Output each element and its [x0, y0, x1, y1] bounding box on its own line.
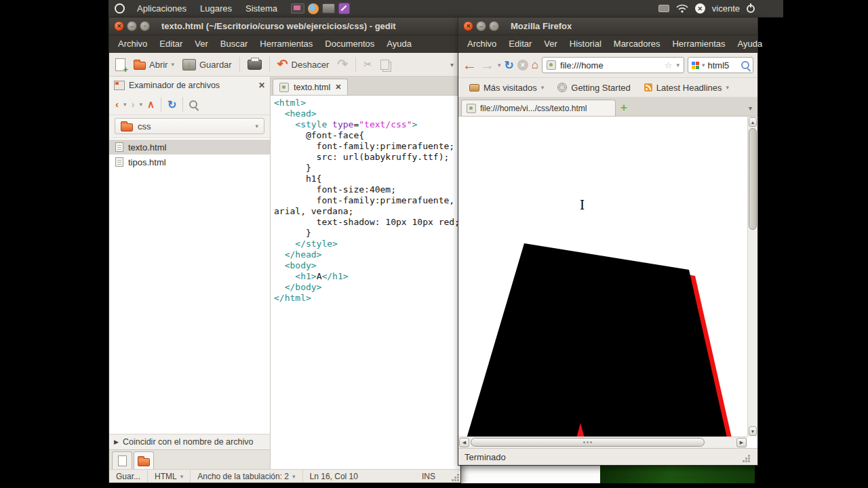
firefox-menu-item[interactable]: Herramientas [666, 35, 731, 53]
bookmark-getting-started[interactable]: Getting Started [552, 83, 635, 93]
tab-list-dropdown-icon[interactable]: ▾ [749, 104, 755, 112]
maximize-button[interactable]: ▫ [489, 21, 499, 31]
forward-button[interactable]: → [480, 57, 494, 73]
filename-filter-expander[interactable]: ▶ Coincidir con el nombre de archivo [109, 434, 270, 449]
close-tab-icon[interactable]: ✕ [335, 83, 341, 92]
panel-menu-item[interactable]: Lugares [193, 0, 239, 17]
scroll-left-icon[interactable]: ◀ [459, 438, 469, 447]
gedit-menu-item[interactable]: Archivo [112, 35, 153, 53]
horizontal-scrollbar[interactable]: ◀ ▶ [458, 436, 747, 448]
panel-menu-item[interactable]: Aplicaciones [130, 0, 193, 17]
firefox-menu-item[interactable]: Marcadores [608, 35, 667, 53]
close-button[interactable]: ✕ [463, 21, 473, 31]
firefox-menu-item[interactable]: Archivo [461, 35, 502, 53]
code-line[interactable]: <h1>A</h1> [274, 271, 460, 282]
ubuntu-logo-icon[interactable] [115, 3, 125, 14]
code-line[interactable]: arial, verdana; [274, 206, 460, 217]
code-line[interactable]: </head> [274, 249, 460, 260]
search-bar[interactable]: ▾ html5 [688, 57, 753, 73]
back-history-icon[interactable]: ▾ [123, 101, 127, 108]
code-line[interactable]: <body> [274, 260, 460, 271]
gedit-menu-item[interactable]: Documentos [319, 35, 380, 53]
code-line[interactable]: <html> [274, 98, 460, 108]
copy-button[interactable] [378, 58, 394, 71]
movie-player-icon[interactable] [322, 3, 335, 14]
code-line[interactable]: @font-face{ [274, 130, 460, 141]
search-engine-dropdown-icon[interactable]: ▾ [702, 62, 705, 68]
forward-history-icon[interactable]: ▾ [140, 101, 143, 108]
gedit-menu-item[interactable]: Ver [189, 35, 214, 53]
editor-launcher-icon[interactable] [338, 3, 350, 14]
gedit-menu-item[interactable]: Ayuda [380, 35, 418, 53]
browser-tab[interactable]: file:///home/vi.../css/texto.html [461, 100, 616, 116]
code-line[interactable]: } [274, 163, 460, 174]
firefox-menu-item[interactable]: Ayuda [731, 35, 768, 53]
editor-tab[interactable]: texto.html ✕ [273, 79, 348, 95]
minimize-button[interactable]: – [127, 21, 137, 31]
back-icon[interactable]: ‹ [115, 100, 119, 109]
folder-selector[interactable]: css ▾ [115, 118, 264, 134]
file-browser-tab[interactable] [134, 451, 154, 469]
status-menu-icon[interactable]: ✕ [695, 3, 705, 14]
toolbar-overflow-button[interactable]: ▾ [450, 61, 456, 68]
scroll-right-icon[interactable]: ▶ [736, 438, 747, 447]
close-button[interactable]: ✕ [114, 21, 124, 31]
firefox-menu-item[interactable]: Historial [564, 35, 608, 53]
code-line[interactable]: font-family:primerafuente, [274, 195, 460, 206]
code-line[interactable]: text-shadow: 10px 10px red; [274, 217, 460, 228]
resize-grip[interactable] [745, 458, 747, 460]
vertical-scroll-thumb[interactable] [749, 128, 757, 230]
firefox-menu-item[interactable]: Editar [502, 35, 538, 53]
username-label[interactable]: vicente [712, 3, 740, 14]
language-selector[interactable]: HTML▾ [148, 470, 191, 483]
redo-button[interactable]: ↷ [335, 57, 350, 72]
search-icon[interactable] [189, 100, 197, 108]
print-button[interactable] [245, 58, 264, 71]
history-dropdown-icon[interactable]: ▾ [498, 62, 501, 68]
close-panel-icon[interactable]: ✕ [258, 81, 265, 90]
code-line[interactable]: h1{ [274, 174, 460, 184]
file-item[interactable]: tipos.html [109, 155, 270, 169]
code-line[interactable]: </body> [274, 282, 460, 293]
side-panel-header[interactable]: Examinador de archivos ✕ [109, 77, 270, 94]
display-indicator-icon[interactable] [658, 5, 669, 12]
forward-icon[interactable]: › [132, 100, 135, 109]
firefox-launcher-icon[interactable] [308, 3, 319, 14]
resize-grip[interactable] [454, 476, 456, 479]
url-dropdown-icon[interactable]: ▾ [676, 62, 679, 68]
search-go-icon[interactable] [741, 61, 749, 69]
code-line[interactable]: font-family:primerafuente; [274, 141, 460, 152]
up-icon[interactable]: ∧ [147, 100, 155, 109]
firefox-menu-item[interactable]: Ver [538, 35, 564, 53]
maximize-button[interactable]: ▫ [140, 21, 150, 31]
cut-button[interactable]: ✂ [361, 57, 374, 72]
open-button[interactable]: Abrir ▾ [132, 58, 176, 71]
save-button[interactable]: ↓ Guardar [180, 58, 234, 72]
file-item[interactable]: texto.html [109, 140, 270, 155]
url-text[interactable]: file:///home [560, 60, 604, 70]
back-button[interactable]: ← [462, 57, 477, 73]
gedit-menu-item[interactable]: Herramientas [254, 35, 319, 53]
code-line[interactable]: <style type="text/css"> [274, 119, 460, 130]
home-button[interactable]: ⌂ [532, 58, 538, 72]
gedit-menu-item[interactable]: Editar [153, 35, 189, 53]
undo-button[interactable]: ↶ Deshacer [275, 57, 332, 72]
code-line[interactable]: </html> [274, 293, 460, 304]
gedit-titlebar[interactable]: ✕ – ▫ texto.html (~/Escritorio/curso web… [109, 18, 460, 35]
gedit-menu-item[interactable]: Buscar [214, 35, 254, 53]
code-editor[interactable]: <html> <head> <style type="text/css"> @f… [271, 96, 460, 469]
wifi-icon[interactable] [676, 4, 688, 13]
code-line[interactable]: </style> [274, 239, 460, 249]
refresh-icon[interactable]: ↻ [167, 98, 176, 111]
power-icon[interactable] [747, 5, 755, 13]
vertical-scrollbar[interactable]: ▲ ▼ [747, 117, 757, 436]
bookmark-star-icon[interactable]: ☆ [665, 60, 673, 70]
panel-menu-item[interactable]: Sistema [239, 0, 284, 17]
code-line[interactable]: src: url(babykruffy.ttf); [274, 152, 460, 163]
firefox-titlebar[interactable]: ✕ – ▫ Mozilla Firefox [458, 18, 757, 35]
search-text[interactable]: html5 [708, 60, 738, 70]
new-document-button[interactable] [113, 57, 127, 73]
tab-width-selector[interactable]: Ancho de la tabulación: 2▾ [191, 470, 302, 483]
code-line[interactable]: font-size:40em; [274, 184, 460, 195]
stop-button[interactable]: ✕ [517, 60, 528, 70]
